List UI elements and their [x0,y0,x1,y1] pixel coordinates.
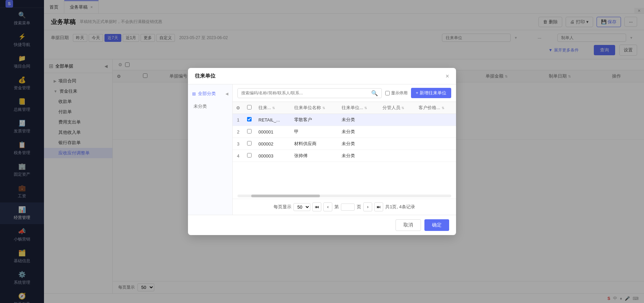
modal-category-panel: ⊞ 全部分类 ◀ 未分类 [188,84,233,215]
per-page-text: 每页显示 [274,204,291,210]
row4-code: 000003 [255,150,291,162]
row4-checkbox[interactable] [244,150,255,162]
modal-category-collapse-icon[interactable]: ◀ [225,92,228,96]
grid-icon2: ⊞ [192,91,196,96]
row3-name: 材料供应商 [291,138,338,150]
pagination-last-btn[interactable]: ⏭ [374,202,383,211]
modal-th-settings: ⚙ [233,102,244,114]
row4-category: 未分类 [338,150,379,162]
row1-category: 未分类 [338,114,379,126]
salesperson-sort-icon: ⇅ [401,106,404,110]
row4-no: 4 [233,150,244,162]
modal-search-box[interactable]: 🔍 [237,88,382,98]
modal-toolbar: 🔍 显示停用 + 新增往来单位 [233,84,456,102]
modal-search-input[interactable] [241,91,369,95]
row2-name: 甲 [291,126,338,138]
row2-salesperson [379,126,415,138]
modal-search-icon: 🔍 [371,90,378,96]
show-disabled-checkbox[interactable] [385,91,390,95]
row2-checkbox[interactable] [244,126,255,138]
modal-table-row[interactable]: 1 RETAIL_... 零散客户 未分类 [233,114,456,126]
pagination-first-btn[interactable]: ⏮ [312,202,321,211]
col-settings-icon[interactable]: ⚙ [236,105,240,110]
modal-pagination: 每页显示 50 ⏮ ‹ 第 1 页 › ⏭ 共1页, 4条记录 [233,199,456,215]
row2-price [415,126,456,138]
modal-close-btn[interactable]: × [445,73,449,79]
modal-header-row: ⚙ 往来... ⇅ 往来单位名称 [233,102,456,114]
total-text: 共1页, 4条记录 [385,204,415,210]
row1-name: 零散客户 [291,114,338,126]
modal-th-code: 往来... ⇅ [255,102,291,114]
row2-category: 未分类 [338,126,379,138]
row1-price [415,114,456,126]
category-sort-icon: ⇅ [364,106,367,110]
show-disabled-label: 显示停用 [391,90,408,96]
modal-table-row[interactable]: 3 000002 材料供应商 未分类 [233,138,456,150]
modal-data-table: ⚙ 往来... ⇅ 往来单位名称 [233,102,456,162]
page-number-input[interactable]: 1 [341,203,355,211]
modal-th-category: 往来单位... ⇅ [338,102,379,114]
row3-category: 未分类 [338,138,379,150]
row2-no: 2 [233,126,244,138]
modal-th-price: 客户价格... ⇅ [415,102,456,114]
row3-code: 000002 [255,138,291,150]
modal-all-categories-btn[interactable]: ⊞ 全部分类 ◀ [188,89,232,101]
row1-checkbox[interactable] [244,114,255,126]
modal-th-checkbox [244,102,255,114]
modal-th-name: 往来单位名称 ⇅ [291,102,338,114]
row1-salesperson [379,114,415,126]
page-suffix: 页 [357,204,361,210]
row3-checkbox[interactable] [244,138,255,150]
modal-title: 往来单位 [195,73,215,79]
modal-category-unclassified[interactable]: 未分类 [188,101,232,112]
confirm-button[interactable]: 确定 [424,219,449,231]
pagination-next-btn[interactable]: › [363,202,372,211]
modal-header: 往来单位 × [188,68,456,84]
modal-table-row[interactable]: 2 000001 甲 未分类 [233,126,456,138]
row1-no: 1 [233,114,244,126]
name-sort-icon: ⇅ [322,106,325,110]
horizontal-scrollbar[interactable] [237,195,451,197]
row4-name: 张帅傅 [291,150,338,162]
modal-table-row[interactable]: 4 000003 张帅傅 未分类 [233,150,456,162]
modal-table-wrap: ⚙ 往来... ⇅ 往来单位名称 [233,102,456,195]
modal-overlay: 往来单位 × ⊞ 全部分类 ◀ 未分类 🔍 [0,0,644,303]
page-label: 第 [334,204,339,210]
row3-price [415,138,456,150]
row1-code: RETAIL_... [255,114,291,126]
row4-salesperson [379,150,415,162]
scrollbar-thumb[interactable] [251,195,320,197]
add-partner-button[interactable]: + 新增往来单位 [411,88,451,98]
row3-salesperson [379,138,415,150]
row4-price [415,150,456,162]
pagination-prev-btn[interactable]: ‹ [323,202,332,211]
price-sort-icon: ⇅ [442,106,444,110]
cancel-button[interactable]: 取消 [396,219,421,231]
row3-no: 3 [233,138,244,150]
partner-modal: 往来单位 × ⊞ 全部分类 ◀ 未分类 🔍 [188,68,456,235]
modal-footer: 取消 确定 [188,215,456,235]
show-disabled-toggle: 显示停用 [385,90,408,96]
modal-th-salesperson: 分管人员 ⇅ [379,102,415,114]
code-sort-icon: ⇅ [272,106,275,110]
modal-per-page-select[interactable]: 50 [293,203,310,211]
modal-body: ⊞ 全部分类 ◀ 未分类 🔍 显示停用 [188,84,456,215]
modal-header-checkbox[interactable] [247,105,252,109]
row2-code: 000001 [255,126,291,138]
modal-right-panel: 🔍 显示停用 + 新增往来单位 [233,84,456,215]
